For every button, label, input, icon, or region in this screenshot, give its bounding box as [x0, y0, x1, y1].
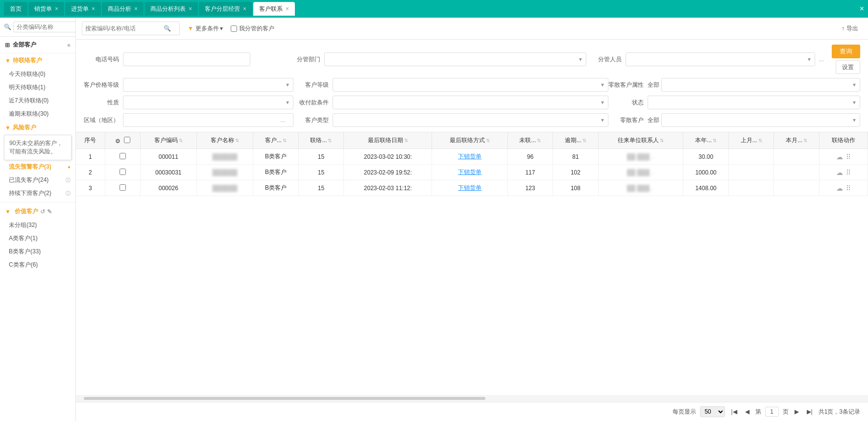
- filter-select-dept[interactable]: ▾: [324, 52, 587, 66]
- more-icon[interactable]: ⠿: [846, 184, 851, 192]
- cell-last-contact-method[interactable]: 下销货单: [432, 149, 507, 165]
- last-page-btn[interactable]: ▶|: [805, 408, 815, 415]
- tab-customer-contact-close[interactable]: ×: [286, 5, 289, 12]
- sidebar-item-overdue-pending[interactable]: 逾期未联络(30): [0, 107, 75, 121]
- sidebar-item-class-c[interactable]: C类客户(6): [0, 258, 75, 272]
- col-this-month[interactable]: 本月... ⇅: [774, 132, 820, 149]
- arrow-icon: ▼: [5, 57, 11, 64]
- chevron-down-icon-nature: ▾: [286, 99, 289, 106]
- tab-customer-segmentation[interactable]: 客户分层经营 ×: [199, 2, 252, 16]
- filter-select-payment[interactable]: ▾: [333, 96, 608, 109]
- filter-field-price-level: 客户价格等级 ▾: [84, 78, 293, 92]
- sidebar-group-pending[interactable]: ▼ 待联络客户: [0, 53, 75, 68]
- filter-more-person[interactable]: ...: [815, 56, 828, 63]
- setting-button[interactable]: 设置: [836, 60, 860, 74]
- per-page-select[interactable]: 50 100 200: [700, 406, 725, 417]
- col-overdue[interactable]: 逾期... ⇅: [553, 132, 599, 149]
- tab-customer-segmentation-close[interactable]: ×: [243, 5, 246, 12]
- horizontal-scrollbar[interactable]: [76, 395, 868, 402]
- sidebar-search-input[interactable]: [13, 22, 76, 32]
- tab-home[interactable]: 首页: [4, 2, 27, 16]
- filter-select-person[interactable]: ▾: [626, 52, 815, 66]
- col-last-contact-method[interactable]: 最后联络方式 ⇅: [432, 132, 507, 149]
- sidebar-item-tomorrow-pending[interactable]: 明天待联络(1): [0, 81, 75, 94]
- contact-method-link[interactable]: 下销货单: [458, 184, 482, 191]
- sidebar-group-risk[interactable]: ▼ 风险客户: [0, 121, 75, 135]
- filter-select-customer-type[interactable]: ▾: [333, 113, 608, 127]
- sidebar-item-churned[interactable]: 已流失客户(24) ⓘ: [0, 173, 75, 187]
- tab-sales-order[interactable]: 销货单 ×: [28, 2, 64, 16]
- contact-icon[interactable]: ☁: [836, 153, 843, 161]
- sidebar-item-churn-warning[interactable]: 流失预警客户(3) ●: [0, 160, 75, 173]
- col-last-contact-date[interactable]: 最后联络日期 ⇅: [344, 132, 432, 149]
- prev-page-btn[interactable]: ◀: [743, 408, 751, 415]
- tab-customer-contact[interactable]: 客户联系 ×: [253, 2, 295, 16]
- col-last-month[interactable]: 上月... ⇅: [728, 132, 774, 149]
- cell-checkbox[interactable]: [105, 165, 140, 180]
- filter-select-price-level[interactable]: ▾: [123, 78, 293, 92]
- sidebar-group-value[interactable]: ▼ 价值客户 ↺ ✎: [0, 204, 75, 219]
- more-icon[interactable]: ⠿: [846, 153, 851, 161]
- next-page-btn[interactable]: ▶: [793, 408, 801, 415]
- filter-input-phone[interactable]: [123, 52, 250, 66]
- row-checkbox-2[interactable]: [120, 184, 126, 191]
- sidebar-collapse-btn[interactable]: «: [67, 42, 71, 49]
- col-type[interactable]: 客户... ⇅: [253, 132, 299, 149]
- my-customers-checkbox-wrap[interactable]: 我分管的客户: [231, 25, 274, 33]
- cell-name: ██████: [196, 149, 253, 165]
- sidebar-item-today-pending[interactable]: 今天待联络(0): [0, 68, 75, 81]
- refresh-icon[interactable]: ↺: [40, 208, 45, 215]
- cell-last-contact-method[interactable]: 下销货单: [432, 165, 507, 180]
- contact-icon[interactable]: ☁: [836, 169, 843, 176]
- col-not-contacted[interactable]: 未联... ⇅: [507, 132, 553, 149]
- sidebar-item-7day-pending[interactable]: 近7天待联络(0): [0, 94, 75, 107]
- filter-select-region[interactable]: ...: [123, 113, 293, 127]
- first-page-btn[interactable]: |◀: [729, 408, 739, 415]
- sidebar-item-ungrouped[interactable]: 未分组(32): [0, 219, 75, 232]
- more-icon[interactable]: ⠿: [846, 169, 851, 176]
- tab-purchase-order-close[interactable]: ×: [92, 5, 95, 12]
- cell-checkbox[interactable]: [105, 149, 140, 165]
- search-icon[interactable]: 🔍: [164, 25, 171, 32]
- col-checkbox[interactable]: ⚙: [105, 132, 140, 149]
- sidebar-item-class-b[interactable]: B类客户(33): [0, 245, 75, 258]
- tab-sales-order-close[interactable]: ×: [55, 5, 58, 12]
- filter-select-nature[interactable]: ▾: [123, 96, 293, 109]
- query-button[interactable]: 查询: [832, 45, 860, 58]
- export-btn[interactable]: ↑ 导出: [838, 22, 862, 35]
- row-checkbox-1[interactable]: [120, 169, 126, 175]
- contact-method-link[interactable]: 下销货单: [458, 169, 482, 175]
- more-filter-btn[interactable]: ▼ 更多条件 ▾: [184, 22, 227, 35]
- filter-select-retail[interactable]: ▾: [661, 113, 860, 127]
- tab-product-analysis-list-close[interactable]: ×: [189, 5, 192, 12]
- sidebar-item-declining[interactable]: 持续下滑客户(2) ⓘ: [0, 187, 75, 200]
- col-contact-person[interactable]: 往来单位联系人 ⇅: [598, 132, 683, 149]
- sidebar-item-class-a[interactable]: A类客户(1): [0, 232, 75, 245]
- col-this-year[interactable]: 本年... ⇅: [683, 132, 729, 149]
- search-input[interactable]: [85, 25, 164, 32]
- filter-field-retail-attr: 零散客户属性 全部 ▾: [608, 78, 860, 92]
- filter-select-retail-attr[interactable]: ▾: [661, 78, 860, 92]
- col-name[interactable]: 客户名称 ⇅: [196, 132, 253, 149]
- tab-product-analysis[interactable]: 商品分析 ×: [102, 2, 144, 16]
- edit-icon[interactable]: ✎: [47, 208, 52, 215]
- cell-checkbox[interactable]: [105, 180, 140, 196]
- my-customers-checkbox[interactable]: [231, 25, 237, 32]
- row-checkbox-0[interactable]: [120, 153, 126, 159]
- cell-last-contact-method[interactable]: 下销货单: [432, 180, 507, 196]
- tab-product-analysis-close[interactable]: ×: [134, 5, 138, 12]
- tab-product-analysis-list[interactable]: 商品分析列表 ×: [145, 2, 198, 16]
- tab-purchase-order[interactable]: 进货单 ×: [65, 2, 101, 16]
- footer-total: 共1页，3条记录: [819, 408, 860, 416]
- col-contact[interactable]: 联络... ⇅: [298, 132, 344, 149]
- contact-icon[interactable]: ☁: [836, 184, 843, 192]
- gear-icon[interactable]: ⚙: [115, 138, 121, 145]
- filter-select-customer-level[interactable]: ▾: [333, 78, 608, 92]
- filter-select-status[interactable]: ▾: [648, 96, 860, 109]
- window-close-icon[interactable]: ×: [860, 4, 864, 13]
- col-code[interactable]: 客户编码 ⇅: [140, 132, 196, 149]
- select-all-checkbox[interactable]: [124, 137, 130, 143]
- contact-method-link[interactable]: 下销货单: [458, 153, 482, 160]
- filter-more-region[interactable]: ...: [276, 117, 289, 124]
- filter-field-status: 状态 ▾: [608, 96, 860, 109]
